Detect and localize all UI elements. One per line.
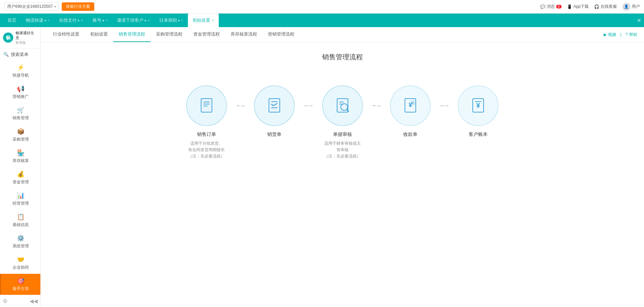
tab-init-label: 初始设置 xyxy=(193,17,210,23)
logo-line1: 畅康通好生意 xyxy=(16,30,38,40)
tab-payment[interactable]: 在线支付 ▾ × xyxy=(54,14,87,27)
flow-step-desc: 适用于财务审核或主管审核（注：非必要流程） xyxy=(324,140,361,160)
basic-icon: 📋 xyxy=(17,213,24,221)
close-icon[interactable]: × xyxy=(105,18,108,22)
flow-circle-audit[interactable] xyxy=(322,85,363,126)
subtab-marketing-flow[interactable]: 营销管理流程 xyxy=(262,27,300,42)
close-icon[interactable]: × xyxy=(181,18,183,22)
sidebar-items: ⚡ 快捷导航 📢 营销推广 🛒 销售管理 📦 采购管理 🏪 库存核算 💰 xyxy=(0,60,40,295)
sidebar-item-quick[interactable]: ⚡ 快捷导航 xyxy=(0,60,40,82)
inventory-icon: 🏪 xyxy=(17,149,24,157)
subtab-purchase-flow[interactable]: 采购管理流程 xyxy=(151,27,188,42)
sidebar-item-marketing-promo[interactable]: 📢 营销推广 xyxy=(0,82,40,103)
user-name: 用户 xyxy=(632,4,640,9)
user-avatar-item[interactable]: 👤 用户 xyxy=(622,3,640,11)
tab-payment-label: 在线支付 xyxy=(59,17,77,23)
close-icon[interactable]: × xyxy=(212,18,214,22)
sidebar-search[interactable]: 🔍 搜索菜单 xyxy=(0,49,40,60)
subtab-finance-flow-label: 资金管理流程 xyxy=(193,32,220,37)
video-icon: ▶ xyxy=(604,32,607,37)
collapse-button[interactable]: ◀◀ xyxy=(30,298,38,304)
receipt-icon: ¥ ¥ xyxy=(402,97,419,115)
close-icon[interactable]: × xyxy=(81,18,83,22)
sidebar-item-newbie[interactable]: 🎯 新手引导 xyxy=(0,274,40,295)
subtab-init-label: 初始设置 xyxy=(90,32,108,37)
message-item[interactable]: 💬 消息 6 xyxy=(540,4,562,9)
flow-circle-account-book[interactable]: ¥ xyxy=(458,85,499,126)
app-download-item[interactable]: 📱 App下载 xyxy=(567,4,589,9)
chevron-down-icon: ▾ xyxy=(102,19,104,22)
chevron-down-icon: ▾ xyxy=(44,19,46,22)
flow-step-label: 销售订单 xyxy=(197,131,216,138)
logo-text: 畅康通好生意 标准版 xyxy=(16,30,38,45)
sidebar-item-finance[interactable]: 💰 资金管理 xyxy=(0,167,40,188)
top-bar-right: 💬 消息 6 📱 App下载 🎧 在线客服 👤 用户 xyxy=(540,3,640,11)
avatar: 👤 xyxy=(622,3,630,11)
flow-circle-sales-order[interactable] xyxy=(186,85,227,126)
tab-logistics[interactable]: 物流快递 ▾ × xyxy=(21,14,54,27)
tab-period[interactable]: 往来期初 ▾ × xyxy=(155,14,188,27)
subtab-inventory-flow[interactable]: 库存核算流程 xyxy=(225,27,262,42)
sidebar-item-label: 系统管理 xyxy=(13,243,29,249)
sidebar-item-label: 营销推广 xyxy=(13,94,29,100)
sidebar-item-sales[interactable]: 🛒 销售管理 xyxy=(0,103,40,124)
close-all-tabs[interactable]: ✕ xyxy=(637,17,641,24)
delivery-icon xyxy=(266,97,283,115)
sidebar-item-operations[interactable]: 📊 经营管理 xyxy=(0,188,40,210)
user-selector[interactable]: 用户690企业1660120507 ▾ xyxy=(4,2,59,11)
sidebar-item-purchase[interactable]: 📦 采购管理 xyxy=(0,124,40,146)
flow-container: 销售订单 适用于分批发货、有合同发货周期较长（注：非必要流程） - - → xyxy=(54,79,630,167)
close-icon[interactable]: × xyxy=(47,18,50,22)
sidebar-item-inventory[interactable]: 🏪 库存核算 xyxy=(0,146,40,167)
sidebar-item-corp[interactable]: 🤝 企业协同 xyxy=(0,252,40,274)
subtab-sales-flow-label: 销售管理流程 xyxy=(119,32,145,37)
sales-icon: 🛒 xyxy=(17,106,24,114)
account-book-icon: ¥ xyxy=(470,97,487,115)
top-bar: 用户690企业1660120507 ▾ 体验行业方案 💬 消息 6 📱 App下… xyxy=(0,0,644,14)
sidebar-item-label: 库存核算 xyxy=(13,158,29,164)
subtab-marketing-flow-label: 营销管理流程 xyxy=(268,32,294,37)
subtab-industry[interactable]: 行业特性设置 xyxy=(47,27,85,42)
flow-step-label: 单据审核 xyxy=(333,131,352,138)
subtab-init[interactable]: 初始设置 xyxy=(85,27,113,42)
quick-icon: ⚡ xyxy=(17,64,24,71)
tab-logistics-label: 物流快递 xyxy=(26,17,43,23)
tab-init[interactable]: 初始设置 × xyxy=(188,14,218,27)
trial-button[interactable]: 体验行业方案 xyxy=(62,2,94,11)
sidebar-logo: 畅 畅康通好生意 标准版 xyxy=(0,27,40,49)
sidebar: 畅 畅康通好生意 标准版 🔍 搜索菜单 ⚡ 快捷导航 📢 营销推广 🛒 xyxy=(0,27,41,307)
subtab-industry-label: 行业特性设置 xyxy=(53,32,79,37)
tab-account[interactable]: 账号 ▾ × xyxy=(88,14,112,27)
video-help-item[interactable]: ▶ 视频 xyxy=(604,32,616,38)
service-label: 在线客服 xyxy=(601,4,617,9)
svg-text:畅: 畅 xyxy=(6,35,11,40)
tab-invite-label: 邀请下游客户 xyxy=(117,17,143,23)
video-label: 视频 xyxy=(608,32,616,38)
logo-line2: 标准版 xyxy=(16,40,38,45)
subtab-sales-flow[interactable]: 销售管理流程 xyxy=(113,27,151,42)
sidebar-item-basic[interactable]: 📋 基础信息 xyxy=(0,210,40,231)
svg-rect-6 xyxy=(201,99,212,112)
logo-icon: 畅 xyxy=(3,32,14,43)
tab-invite[interactable]: 邀请下游客户 ▾ × xyxy=(112,14,154,27)
chevron-down-icon: ▾ xyxy=(144,19,146,22)
sub-tabs: 行业特性设置 初始设置 销售管理流程 采购管理流程 资金管理流程 库存核算流程 xyxy=(41,27,644,42)
service-item[interactable]: 🎧 在线客服 xyxy=(594,4,617,9)
chevron-down-icon: ▾ xyxy=(178,19,180,22)
subtab-finance-flow[interactable]: 资金管理流程 xyxy=(188,27,225,42)
flow-circle-delivery[interactable] xyxy=(254,85,295,126)
sub-tabs-right: ▶ 视频 | ? 帮助 xyxy=(604,32,637,38)
flow-step-label: 收款单 xyxy=(403,131,417,138)
help-item[interactable]: ? 帮助 xyxy=(625,32,637,38)
tab-home[interactable]: 首页 xyxy=(3,14,21,27)
sidebar-item-system[interactable]: ⚙️ 系统管理 xyxy=(0,231,40,252)
settings-button[interactable]: ⚙ xyxy=(3,298,7,304)
close-icon[interactable]: × xyxy=(148,18,150,22)
sidebar-item-label: 基础信息 xyxy=(13,222,29,228)
svg-text:¥: ¥ xyxy=(476,102,481,109)
flow-circle-receipt[interactable]: ¥ ¥ xyxy=(390,85,431,126)
flow-step-receipt: ¥ ¥ 收款单 xyxy=(383,85,437,140)
app-label: App下载 xyxy=(573,4,589,9)
marketing-promo-icon: 📢 xyxy=(17,85,24,93)
newbie-icon: 🎯 xyxy=(17,277,24,285)
